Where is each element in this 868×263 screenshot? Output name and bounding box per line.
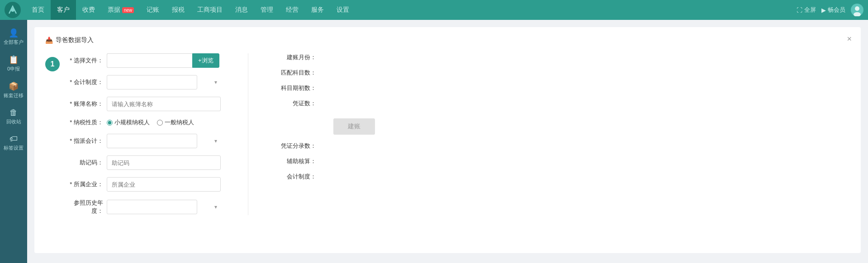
reference-year-label: 参照历史年度： bbox=[67, 199, 103, 215]
ledger-name-row: * 账簿名称： bbox=[67, 97, 221, 111]
form-left: 1 * 选择文件： +浏览 * 会计制度： bbox=[45, 53, 221, 215]
user-avatar[interactable] bbox=[851, 4, 863, 16]
assign-accountant-select[interactable] bbox=[107, 134, 197, 148]
accounting-system-wrapper bbox=[107, 75, 221, 89]
declaration-icon: 📋 bbox=[9, 55, 19, 65]
avatar-icon bbox=[851, 4, 863, 16]
nav-item-business[interactable]: 工商项目 bbox=[191, 0, 229, 20]
build-account-button[interactable]: 建账 bbox=[333, 118, 375, 135]
nav-right: ⛶ 全屏 ▶ 畅会员 bbox=[797, 4, 863, 16]
sidebar: 👤 全部客户 📋 0申报 📦 账套迁移 🗑 回收站 🏷 标签设置 bbox=[0, 20, 27, 263]
sidebar-item-trash[interactable]: 🗑 回收站 bbox=[0, 104, 27, 129]
company-row: * 所属企业： bbox=[67, 177, 221, 192]
sidebar-item-migration[interactable]: 📦 账套迁移 bbox=[0, 78, 27, 103]
voucher-entries-row: 凭证分录数： bbox=[275, 142, 375, 150]
nav-item-fee[interactable]: 收费 bbox=[76, 0, 101, 20]
form-right: 建账月份： 匹配科目数： 科目期初数： 凭证数： bbox=[275, 53, 375, 215]
subject-init-label: 科目期初数： bbox=[275, 84, 316, 92]
trash-icon: 🗑 bbox=[9, 108, 18, 117]
reference-year-wrapper bbox=[107, 200, 221, 214]
build-month-label: 建账月份： bbox=[275, 53, 316, 61]
accounting-system-select[interactable] bbox=[107, 75, 197, 89]
nav-item-service[interactable]: 服务 bbox=[305, 0, 330, 20]
select-file-label: * 选择文件： bbox=[67, 56, 103, 65]
tax-type-label: * 纳税性质： bbox=[67, 118, 103, 127]
close-button[interactable]: × bbox=[847, 34, 852, 44]
nav-item-manage[interactable]: 管理 bbox=[254, 0, 280, 20]
match-subjects-label: 匹配科目数： bbox=[275, 69, 316, 77]
step-badge: 1 bbox=[45, 57, 60, 71]
nav-item-ticket[interactable]: 票据 new bbox=[101, 0, 140, 20]
tag-icon: 🏷 bbox=[9, 134, 18, 144]
subject-init-row: 科目期初数： bbox=[275, 84, 375, 92]
sidebar-item-declaration[interactable]: 📋 0申报 bbox=[0, 51, 27, 76]
assign-accountant-wrapper bbox=[107, 134, 221, 148]
form-container: 1 * 选择文件： +浏览 * 会计制度： bbox=[45, 53, 850, 215]
info-accounting-system-row: 会计制度： bbox=[275, 173, 375, 181]
sidebar-item-tags[interactable]: 🏷 标签设置 bbox=[0, 131, 27, 155]
ledger-name-input[interactable] bbox=[107, 97, 221, 111]
form-section: * 选择文件： +浏览 * 会计制度： bbox=[67, 53, 221, 215]
nav-item-settings[interactable]: 设置 bbox=[330, 0, 356, 20]
play-icon: ▶ bbox=[821, 7, 826, 14]
import-icon: 📥 bbox=[45, 37, 53, 44]
voucher-count-row: 凭证数： bbox=[275, 99, 375, 108]
content-area: 📥 导爸数据导入 × 1 * 选择文件： +浏览 bbox=[27, 20, 868, 263]
app-logo bbox=[5, 2, 21, 18]
general-taxpayer-option[interactable]: 一般纳税人 bbox=[157, 118, 194, 127]
member-button[interactable]: ▶ 畅会员 bbox=[821, 6, 845, 14]
migration-icon: 📦 bbox=[9, 81, 19, 91]
accounting-system-row: * 会计制度： bbox=[67, 75, 221, 89]
svg-point-3 bbox=[855, 6, 859, 11]
aux-accounting-label: 辅助核算： bbox=[275, 157, 316, 165]
general-taxpayer-radio[interactable] bbox=[157, 120, 163, 126]
voucher-entries-label: 凭证分录数： bbox=[275, 142, 316, 150]
info-accounting-system-label: 会计制度： bbox=[275, 173, 316, 181]
memo-code-input[interactable] bbox=[107, 155, 221, 170]
ledger-name-label: * 账簿名称： bbox=[67, 100, 103, 108]
nav-item-operation[interactable]: 经营 bbox=[280, 0, 305, 20]
small-taxpayer-option[interactable]: 小规模纳税人 bbox=[107, 118, 150, 127]
tax-type-radio-group: 小规模纳税人 一般纳税人 bbox=[107, 118, 194, 127]
memo-code-label: 助记码： bbox=[67, 159, 103, 167]
select-file-row: * 选择文件： +浏览 bbox=[67, 53, 221, 68]
match-subjects-row: 匹配科目数： bbox=[275, 69, 375, 77]
browse-button[interactable]: +浏览 bbox=[192, 53, 219, 68]
nav-item-message[interactable]: 消息 bbox=[229, 0, 254, 20]
import-panel: 📥 导爸数据导入 × 1 * 选择文件： +浏览 bbox=[34, 27, 861, 253]
reference-year-select[interactable] bbox=[107, 200, 197, 214]
nav-item-tax[interactable]: 报税 bbox=[166, 0, 191, 20]
tax-type-row: * 纳税性质： 小规模纳税人 一般纳税人 bbox=[67, 118, 221, 127]
nav-items: 首页 客户 收费 票据 new 记账 报税 工商项目 消息 管理 经营 服务 设… bbox=[25, 0, 797, 20]
fullscreen-button[interactable]: ⛶ 全屏 bbox=[797, 6, 816, 14]
build-month-row: 建账月份： bbox=[275, 53, 375, 61]
nav-item-client[interactable]: 客户 bbox=[51, 0, 76, 20]
voucher-count-label: 凭证数： bbox=[275, 99, 316, 108]
form-divider bbox=[248, 53, 248, 215]
svg-point-1 bbox=[11, 8, 14, 12]
small-taxpayer-radio[interactable] bbox=[107, 120, 113, 126]
nav-item-home[interactable]: 首页 bbox=[25, 0, 51, 20]
new-badge: new bbox=[122, 7, 134, 13]
accounting-system-label: * 会计制度： bbox=[67, 78, 103, 86]
aux-accounting-row: 辅助核算： bbox=[275, 157, 375, 165]
fullscreen-icon: ⛶ bbox=[797, 7, 802, 14]
sidebar-item-all-clients[interactable]: 👤 全部客户 bbox=[0, 24, 27, 49]
assign-accountant-label: * 指派会计： bbox=[67, 137, 103, 145]
company-input[interactable] bbox=[107, 177, 221, 192]
memo-code-row: 助记码： bbox=[67, 155, 221, 170]
file-input-row: +浏览 bbox=[107, 53, 219, 68]
nav-item-bookkeeping[interactable]: 记账 bbox=[140, 0, 166, 20]
reference-year-row: 参照历史年度： bbox=[67, 199, 221, 215]
company-label: * 所属企业： bbox=[67, 180, 103, 188]
file-path-input[interactable] bbox=[107, 53, 192, 68]
panel-title: 📥 导爸数据导入 bbox=[45, 36, 850, 44]
top-navigation: 首页 客户 收费 票据 new 记账 报税 工商项目 消息 管理 经营 服务 设… bbox=[0, 0, 868, 20]
main-layout: 👤 全部客户 📋 0申报 📦 账套迁移 🗑 回收站 🏷 标签设置 📥 导爸数据导… bbox=[0, 20, 868, 263]
person-icon: 👤 bbox=[9, 28, 19, 38]
assign-accountant-row: * 指派会计： bbox=[67, 134, 221, 148]
